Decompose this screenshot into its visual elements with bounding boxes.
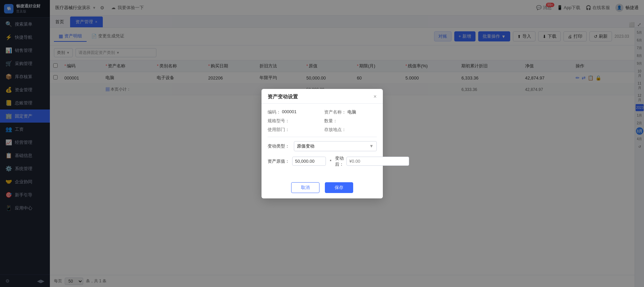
modal-header: 资产变动设置 × xyxy=(262,89,383,104)
chevron-down-icon: ▼ xyxy=(369,144,374,149)
after-value-input[interactable] xyxy=(346,157,409,166)
change-type-label: 变动类型： xyxy=(268,143,291,149)
modal-location: 存放地点： xyxy=(324,127,377,133)
original-value-input[interactable] xyxy=(292,157,326,166)
save-button[interactable]: 保存 xyxy=(325,182,353,193)
modal-code: 编码： 000001 xyxy=(268,109,320,115)
modal-title: 资产变动设置 xyxy=(268,94,298,100)
modal-department: 使用部门： xyxy=(268,127,320,133)
cancel-button[interactable]: 取消 xyxy=(291,182,319,193)
change-type-select[interactable]: 原值变动 ▼ xyxy=(294,141,377,151)
after-label: 变动后： xyxy=(335,155,344,167)
original-value-label: 资产原值： xyxy=(268,158,289,164)
modal-footer: 取消 保存 xyxy=(262,178,383,198)
modal-asset-name: 资产名称： 电脑 xyxy=(324,109,377,115)
required-mark: * xyxy=(330,159,332,164)
asset-change-modal: 资产变动设置 × 编码： 000001 资产名称： 电脑 规格型号： 数量： xyxy=(262,89,383,198)
modal-divider xyxy=(268,137,377,137)
modal-body: 编码： 000001 资产名称： 电脑 规格型号： 数量： 使用部门： xyxy=(262,104,383,178)
modal-close-button[interactable]: × xyxy=(373,94,376,100)
modal-info-grid: 编码： 000001 资产名称： 电脑 规格型号： 数量： 使用部门： xyxy=(268,109,377,133)
modal-model: 规格型号： xyxy=(268,118,320,124)
modal-value-row: 资产原值： * 变动后： xyxy=(268,155,377,167)
modal-change-type-field: 变动类型： 原值变动 ▼ xyxy=(268,141,377,151)
modal-quantity: 数量： xyxy=(324,118,377,124)
modal-overlay: 资产变动设置 × 编码： 000001 资产名称： 电脑 规格型号： 数量： xyxy=(0,0,644,287)
